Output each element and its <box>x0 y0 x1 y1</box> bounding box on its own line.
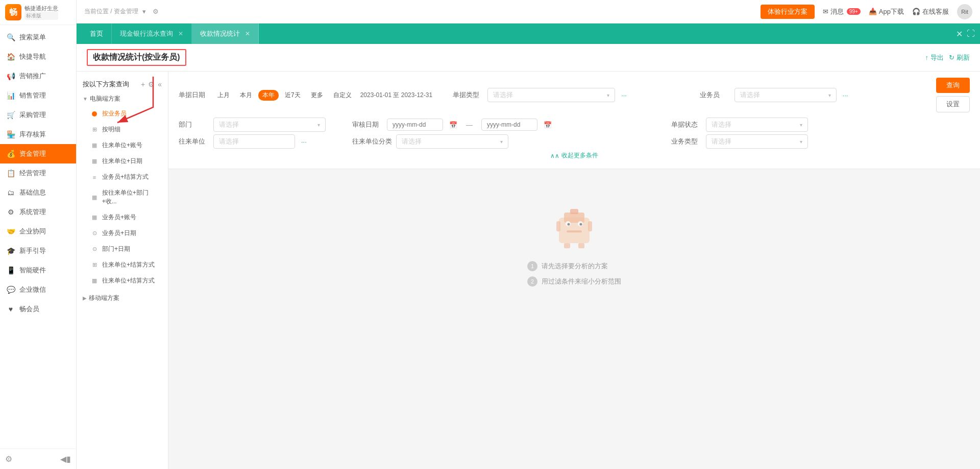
sidebar-item-inventory[interactable]: 🏪 库存核算 <box>0 125 76 144</box>
empty-tips: 1 请先选择要分析的方案 2 用过滤条件来缩小分析范围 <box>527 261 621 292</box>
app-download-button[interactable]: 📥 App下载 <box>869 7 904 16</box>
scheme-item-partner-settlement-1[interactable]: ⊞ 往来单位+结算方式 <box>77 257 168 273</box>
sidebar-item-operations[interactable]: 📋 经营管理 <box>0 163 76 183</box>
scheme-item-salesperson-account[interactable]: ▦ 业务员+账号 <box>77 209 168 225</box>
scheme-item-partner-account[interactable]: ▦ 往来单位+账号 <box>77 137 168 153</box>
table-icon-2: ▦ <box>91 158 98 165</box>
sidebar-nav: 🔍 搜索菜单 🏠 快捷导航 📢 营销推广 📊 销售管理 🛒 采购管理 🏪 库存核… <box>0 25 76 449</box>
export-icon: ↑ <box>925 54 929 61</box>
dept-dropdown-arrow: ▾ <box>317 122 320 128</box>
settings-header-icon[interactable]: ⚙ <box>153 8 159 15</box>
desktop-scheme-group: ▼ 电脑端方案 按业务员 ⊞ 按明细 ▦ <box>77 92 168 289</box>
partner-more-icon[interactable]: ··· <box>301 138 307 146</box>
svg-rect-10 <box>588 221 592 231</box>
window-maximize-icon[interactable]: ⛶ <box>967 29 975 39</box>
sidebar-item-system[interactable]: ⚙ 系统管理 <box>0 202 76 222</box>
date-tab-7days[interactable]: 近7天 <box>281 90 305 101</box>
tab-bar: 首页 现金银行流水查询 ✕ 收款情况统计 ✕ ✕ ⛶ <box>77 24 980 44</box>
sidebar-item-purchase-label: 采购管理 <box>19 110 46 120</box>
scheme-item-dept-date[interactable]: ⊙ 部门+日期 <box>77 241 168 257</box>
sidebar-item-marketing[interactable]: 📢 营销推广 <box>0 66 76 86</box>
date-tab-more[interactable]: 更多 <box>307 90 327 101</box>
date-tab-this-month[interactable]: 本月 <box>236 90 256 101</box>
scheme-item-partner-settlement-2[interactable]: ▦ 往来单位+结算方式 <box>77 273 168 289</box>
setting-button[interactable]: 设置 <box>936 96 970 112</box>
scheme-item-partner-date[interactable]: ▦ 往来单位+日期 <box>77 153 168 169</box>
sidebar-item-guide[interactable]: 🎓 新手引导 <box>0 241 76 261</box>
sidebar-item-search[interactable]: 🔍 搜索菜单 <box>0 28 76 47</box>
settings-footer-icon[interactable]: ⚙ <box>5 454 12 464</box>
query-button[interactable]: 查询 <box>936 78 970 93</box>
scheme-item-partner-dept[interactable]: ▦ 按往来单位+部门+收... <box>77 185 168 209</box>
guide-icon: 🎓 <box>6 246 15 255</box>
sidebar-item-enterprise[interactable]: 🤝 企业协同 <box>0 222 76 241</box>
window-close-icon[interactable]: ✕ <box>956 29 963 39</box>
export-button[interactable]: ↑ 导出 <box>925 53 944 62</box>
partner-label: 往来单位 <box>179 137 209 146</box>
tab-home[interactable]: 首页 <box>82 24 112 44</box>
user-avatar[interactable]: Rit <box>957 4 972 19</box>
collapse-sidebar-icon[interactable]: ◀▮ <box>60 454 71 464</box>
date-tab-this-year[interactable]: 本年 <box>258 90 279 101</box>
sidebar: 畅 畅捷通好生意 标准版 🔍 搜索菜单 🏠 快捷导航 📢 营销推广 📊 销售管理… <box>0 0 77 469</box>
tab-receipts-close[interactable]: ✕ <box>245 30 250 37</box>
collapse-label: 收起更多条件 <box>561 151 598 160</box>
page-content: 收款情况统计(按业务员) ↑ 导出 ↻ 刷新 按以下方案查询 <box>77 44 980 469</box>
trial-button[interactable]: 体验行业方案 <box>761 5 815 19</box>
sidebar-item-purchase[interactable]: 🛒 采购管理 <box>0 105 76 125</box>
right-area: 单据日期 上月 本月 本年 近7天 更多 自定义 2023-01-01 至 20… <box>168 72 980 469</box>
table-icon-5: ▦ <box>91 277 98 285</box>
sidebar-item-finance[interactable]: 💰 资金管理 <box>0 144 76 163</box>
sidebar-item-hardware[interactable]: 📱 智能硬件 <box>0 261 76 280</box>
svg-rect-9 <box>556 221 560 231</box>
doc-type-more-icon[interactable]: ··· <box>621 91 627 99</box>
date-range-display: 2023-01-01 至 2023-12-31 <box>360 91 432 100</box>
doc-status-dropdown[interactable]: 请选择 ▾ <box>706 118 808 132</box>
desktop-group-title[interactable]: ▼ 电脑端方案 <box>77 92 168 106</box>
scheme-item-salesperson-label: 按业务员 <box>102 109 127 118</box>
biz-type-dropdown[interactable]: 请选择 ▾ <box>706 134 808 149</box>
review-date-end[interactable] <box>481 119 537 131</box>
scheme-item-partner-dept-label: 按往来单位+部门+收... <box>102 189 162 206</box>
scheme-item-dept-date-label: 部门+日期 <box>102 245 130 253</box>
scheme-item-detail[interactable]: ⊞ 按明细 <box>77 122 168 137</box>
table-icon-1: ▦ <box>91 142 98 149</box>
dept-dropdown[interactable]: 请选择 ▾ <box>213 118 326 132</box>
sidebar-item-sales[interactable]: 📊 销售管理 <box>0 86 76 105</box>
export-label: 导出 <box>930 53 944 62</box>
review-date-start[interactable] <box>387 119 443 131</box>
scheme-item-salesperson-date[interactable]: ⊙ 业务员+日期 <box>77 225 168 241</box>
user-name: Rit <box>961 9 968 15</box>
sidebar-item-wechat[interactable]: 💬 企业微信 <box>0 280 76 299</box>
messages-button[interactable]: ✉ 消息 99+ <box>823 7 861 16</box>
gear-scheme-icon[interactable]: ⚙ <box>148 80 155 88</box>
sidebar-item-vip[interactable]: ♥ 畅会员 <box>0 299 76 319</box>
refresh-button[interactable]: ↻ 刷新 <box>949 53 970 62</box>
partner-dropdown[interactable]: 请选择 <box>213 134 295 149</box>
sidebar-item-basic[interactable]: 🗂 基础信息 <box>0 183 76 202</box>
vip-icon: ♥ <box>6 304 15 314</box>
doc-type-dropdown[interactable]: 请选择 ▾ <box>487 88 615 102</box>
scheme-item-salesperson-payment[interactable]: ≡ 业务员+结算方式 <box>77 169 168 185</box>
tip-text-1: 请先选择要分析的方案 <box>542 262 608 271</box>
salesperson-more-icon[interactable]: ··· <box>843 91 848 99</box>
collapse-scheme-icon[interactable]: « <box>158 80 162 88</box>
logo-area: 畅 畅捷通好生意 标准版 <box>0 0 76 25</box>
dropdown-arrow-icon[interactable]: ▾ <box>142 8 146 15</box>
tab-receipts[interactable]: 收款情况统计 ✕ <box>192 24 259 44</box>
collapse-filter-button[interactable]: ∧∧ 收起更多条件 <box>179 151 970 160</box>
scheme-item-partner-settlement-1-label: 往来单位+结算方式 <box>102 261 155 269</box>
mobile-group-title[interactable]: ▶ 移动端方案 <box>77 291 168 305</box>
salesperson-dropdown[interactable]: 请选择 ▾ <box>734 88 837 102</box>
tab-cashflow-close[interactable]: ✕ <box>178 30 183 37</box>
review-date-filter-item: 审核日期 📅 — 📅 <box>352 119 651 131</box>
date-tab-last-month[interactable]: 上月 <box>213 90 234 101</box>
add-scheme-icon[interactable]: + <box>141 80 145 88</box>
sidebar-item-quicknav[interactable]: 🏠 快捷导航 <box>0 47 76 66</box>
date-tab-custom[interactable]: 自定义 <box>329 90 356 101</box>
scheme-item-salesperson[interactable]: 按业务员 <box>77 106 168 122</box>
partner-category-dropdown[interactable]: 请选择 ▾ <box>396 134 508 149</box>
mobile-scheme-group: ▶ 移动端方案 <box>77 291 168 305</box>
online-service-button[interactable]: 🎧 在线客服 <box>912 7 949 16</box>
tab-cashflow[interactable]: 现金银行流水查询 ✕ <box>112 24 192 44</box>
